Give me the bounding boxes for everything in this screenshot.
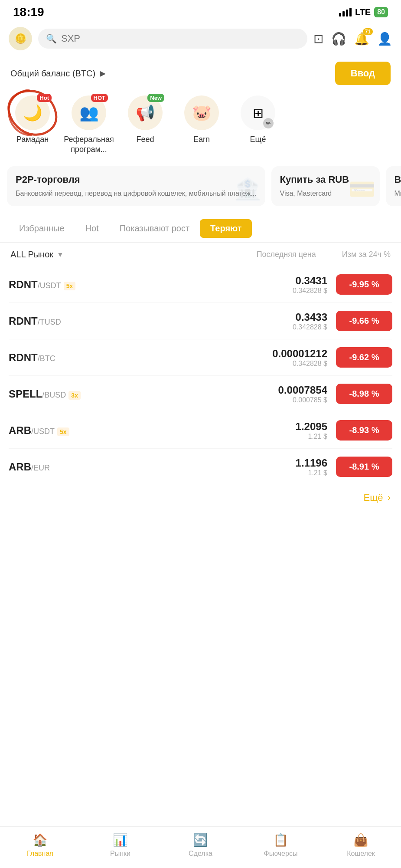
quick-action-feed[interactable]: 📢 New Feed (117, 95, 173, 145)
coin-info-rdnt-tusd: RDNT/TUSD (9, 315, 61, 327)
referral-label: Реферальная програм... (63, 135, 115, 155)
market-row-arb-eur[interactable]: ARB/EUR 1.1196 1.21 $ -8.91 % (9, 449, 392, 485)
promo-p2p-desc: Банковский перевод, перевод на цифровой … (16, 189, 257, 198)
market-list: RDNT/USDT5x 0.3431 0.342828 $ -9.95 % RD… (0, 266, 401, 485)
promo-cards: P2P-торговля Банковский перевод, перевод… (0, 162, 401, 210)
search-input[interactable] (61, 33, 300, 44)
feed-label: Feed (136, 135, 154, 145)
col-change: Изм за 24ч % (342, 250, 391, 259)
tab-hot[interactable]: Hot (75, 219, 109, 238)
notification-icon[interactable]: 🔔 71 (354, 32, 369, 46)
market-tabs: Избранные Hot Показывают рост Теряют (0, 210, 401, 243)
balance-label[interactable]: Общий баланс (BTC) ▶ (10, 69, 106, 79)
fullscreen-icon[interactable]: ⊡ (313, 32, 323, 46)
more-grid-icon: ⊞ (253, 105, 264, 121)
coin-price-rdnt-usdt: 0.3431 0.342828 $ (75, 275, 336, 295)
feed-icon-wrap: 📢 New (128, 95, 163, 130)
nav-markets[interactable]: 📊 Рынки (103, 833, 138, 858)
edit-icon: ✏ (263, 118, 274, 128)
ramadan-icon-wrap: 🌙 Hot (15, 95, 50, 130)
market-row-spell-busd[interactable]: SPELL/BUSD3x 0.0007854 0.000785 $ -8.98 … (9, 376, 392, 412)
tab-rising[interactable]: Показывают рост (109, 219, 200, 238)
promo-buyrub-icon: 💳 (349, 177, 375, 202)
change-badge-rdnt-btc: -9.62 % (336, 347, 392, 368)
coin-info-spell-busd: SPELL/BUSD3x (9, 388, 81, 400)
feed-badge: New (147, 94, 164, 102)
balance-arrow-icon: ▶ (100, 69, 106, 78)
header-icons: ⊡ 🎧 🔔 71 👤 (313, 32, 392, 46)
promo-depositrub-desc: Множество вариантов оплаты (394, 189, 401, 198)
market-col-headers: Последняя цена Изм за 24ч % (257, 250, 391, 259)
coin-price-rdnt-tusd: 0.3433 0.342828 $ (61, 311, 336, 331)
nav-home[interactable]: 🏠 Главная (23, 833, 58, 858)
support-icon[interactable]: 🎧 (331, 32, 346, 46)
battery-badge: 80 (374, 7, 388, 17)
status-bar: 18:19 LTE 80 (0, 0, 401, 23)
more-icon-wrap: ⊞ ✏ (241, 95, 275, 130)
quick-actions: 🌙 Hot Рамадан 👥 HOT Реферальная програм.… (0, 89, 401, 162)
feed-icon: 📢 (136, 104, 155, 122)
referral-icon-wrap: 👥 HOT (72, 95, 106, 130)
change-badge-rdnt-tusd: -9.66 % (336, 311, 392, 331)
coin-price-arb-eur: 1.1196 1.21 $ (50, 457, 336, 477)
earn-icon: 🐷 (192, 104, 212, 122)
col-price: Последняя цена (257, 250, 316, 259)
referral-icon: 👥 (79, 104, 99, 122)
more-arrow-icon: › (388, 492, 391, 503)
ramadan-badge: Hot (37, 94, 52, 102)
header: 🪙 🔍 ⊡ 🎧 🔔 71 👤 (0, 23, 401, 55)
promo-card-buyrub[interactable]: Купить за RUB Visa, Mastercard 💳 (271, 166, 380, 206)
lte-label: LTE (355, 7, 371, 17)
quick-action-referral[interactable]: 👥 HOT Реферальная програм... (61, 95, 117, 155)
promo-card-depositrub[interactable]: Внести RUB Множество вариантов оплаты ₽ (386, 166, 401, 206)
status-time: 18:19 (13, 5, 44, 19)
promo-p2p-icon: 🏦 (234, 177, 261, 202)
promo-depositrub-title: Внести RUB (394, 174, 401, 185)
coin-info-arb-eur: ARB/EUR (9, 461, 50, 473)
nav-trade[interactable]: 🔄 Сделка (183, 833, 218, 858)
market-row-arb-usdt[interactable]: ARB/USDT5x 1.2095 1.21 $ -8.93 % (9, 412, 392, 449)
change-badge-arb-eur: -8.91 % (336, 457, 392, 477)
nav-futures-label: Фьючерсы (264, 850, 298, 858)
market-filter: ALL Рынок ▼ Последняя цена Изм за 24ч % (0, 243, 401, 266)
market-row-rdnt-tusd[interactable]: RDNT/TUSD 0.3433 0.342828 $ -9.66 % (9, 303, 392, 339)
nav-wallet[interactable]: 👜 Кошелек (344, 833, 378, 858)
search-bar[interactable]: 🔍 (38, 29, 307, 49)
coin-price-arb-usdt: 1.2095 1.21 $ (69, 421, 336, 441)
market-selector-label: ALL Рынок (10, 250, 53, 260)
coin-info-rdnt-usdt: RDNT/USDT5x (9, 279, 75, 291)
status-icons: LTE 80 (339, 7, 388, 17)
avatar[interactable]: 🪙 (9, 27, 32, 50)
home-icon: 🏠 (33, 833, 48, 847)
earn-icon-wrap: 🐷 (184, 95, 219, 130)
quick-action-earn[interactable]: 🐷 Earn (173, 95, 230, 145)
coin-info-rdnt-btc: RDNT/BTC (9, 352, 55, 364)
promo-p2p-title: P2P-торговля (16, 174, 257, 185)
nav-futures[interactable]: 📋 Фьючерсы (264, 833, 298, 858)
market-row-rdnt-usdt[interactable]: RDNT/USDT5x 0.3431 0.342828 $ -9.95 % (9, 266, 392, 303)
change-badge-arb-usdt: -8.93 % (336, 420, 392, 441)
futures-icon: 📋 (273, 833, 288, 847)
coin-price-rdnt-btc: 0.00001212 0.342828 $ (55, 348, 336, 368)
tab-favorites[interactable]: Избранные (9, 219, 75, 238)
nav-markets-label: Рынки (110, 850, 130, 858)
markets-icon: 📊 (113, 833, 128, 847)
signal-icon (339, 8, 352, 16)
search-icon: 🔍 (46, 33, 57, 44)
market-row-rdnt-btc[interactable]: RDNT/BTC 0.00001212 0.342828 $ -9.62 % (9, 339, 392, 376)
promo-card-p2p[interactable]: P2P-торговля Банковский перевод, перевод… (7, 166, 265, 206)
trade-icon: 🔄 (193, 833, 208, 847)
profile-icon[interactable]: 👤 (377, 32, 392, 46)
more-label: Ещё (250, 135, 266, 145)
nav-trade-label: Сделка (189, 850, 212, 858)
bottom-nav: 🏠 Главная 📊 Рынки 🔄 Сделка 📋 Фьючерсы 👜 … (0, 826, 401, 868)
earn-label: Earn (193, 135, 210, 145)
wallet-icon: 👜 (353, 833, 368, 847)
tab-falling[interactable]: Теряют (200, 219, 252, 238)
quick-action-ramadan[interactable]: 🌙 Hot Рамадан (4, 95, 61, 145)
quick-action-more[interactable]: ⊞ ✏ Ещё (230, 95, 286, 145)
market-selector[interactable]: ALL Рынок ▼ (10, 250, 64, 260)
deposit-button[interactable]: Ввод (335, 62, 391, 85)
referral-badge: HOT (91, 94, 108, 102)
more-link[interactable]: Ещё › (0, 485, 401, 510)
